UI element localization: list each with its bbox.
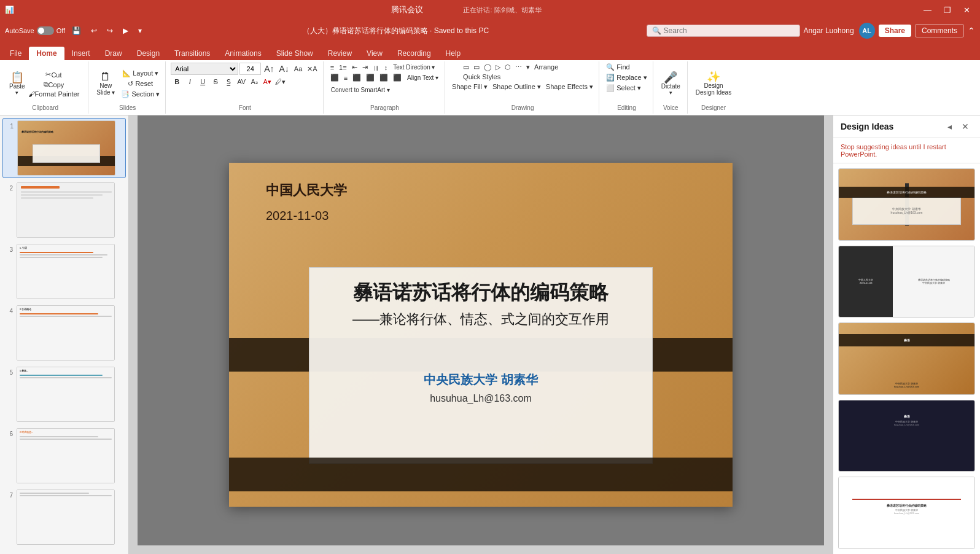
underline-btn[interactable]: U	[196, 76, 209, 87]
format-painter-button[interactable]: 🖌 Format Painter	[26, 90, 82, 98]
design-idea-2[interactable]: 中国人民大学2021-11-03 彝语诺苏话将行体的编码策略中央民族大学 胡素华	[838, 246, 975, 318]
comments-button[interactable]: Comments	[915, 24, 964, 37]
design-ideas-button[interactable]: ✨ Design Design Ideas	[693, 69, 734, 98]
design-panel-collapse-btn[interactable]: ◂	[944, 120, 955, 133]
para-spacing-btn[interactable]: ⬛	[391, 73, 403, 82]
align-text-btn[interactable]: Align Text ▾	[405, 74, 441, 82]
dictate-button[interactable]: 🎤 Dictate ▾	[658, 70, 683, 98]
line-spacing-btn[interactable]: ↕	[383, 63, 390, 72]
shape-fill-btn[interactable]: Shape Fill ▾	[450, 82, 489, 92]
tab-help[interactable]: Help	[438, 47, 469, 60]
increase-font-btn[interactable]: A↑	[262, 63, 276, 74]
tab-home[interactable]: Home	[29, 47, 64, 60]
slide-thumb-5[interactable]: 5 5 彝族...	[2, 365, 126, 424]
char-spacing-btn[interactable]: AV	[235, 76, 247, 87]
section-button[interactable]: 📑 Section ▾	[119, 90, 161, 99]
new-slide-button[interactable]: 🗒 New Slide ▾	[93, 69, 118, 98]
shape-2[interactable]: ▭	[472, 63, 481, 72]
minimize-btn[interactable]: —	[919, 4, 936, 16]
restore-btn[interactable]: ❐	[939, 4, 956, 16]
align-right-btn[interactable]: ⬛	[351, 73, 363, 82]
copy-button[interactable]: ⧉ Copy	[26, 80, 82, 89]
justify-btn[interactable]: ⬛	[364, 73, 376, 82]
redo-btn[interactable]: ↪	[104, 25, 116, 36]
bold-btn[interactable]: B	[171, 76, 183, 87]
design-stop-msg[interactable]: Stop suggesting ideas until I restart Po…	[833, 138, 980, 163]
tab-recording[interactable]: Recording	[390, 47, 438, 60]
design-idea-4[interactable]: 彝语 中央民族大学 胡素华 husuhua_Lh@163.com	[838, 400, 975, 472]
shape-3[interactable]: ◯	[482, 63, 493, 72]
bullets-btn[interactable]: ≡	[329, 63, 336, 72]
design-idea-5[interactable]: 彝语诺苏话将行体的编码策略 中央民族大学 胡素华 husuhua_Lh@163.…	[838, 477, 975, 549]
autosave-toggle-off[interactable]	[37, 26, 54, 35]
slide-thumb-2[interactable]: 2	[2, 181, 126, 240]
shadow-btn[interactable]: S̲	[222, 76, 235, 87]
autosave-toggle[interactable]: AutoSave Off	[5, 26, 65, 35]
undo-btn[interactable]: ↩	[88, 25, 100, 36]
align-left-btn[interactable]: ⬛	[329, 73, 341, 82]
tab-view[interactable]: View	[359, 47, 390, 60]
tab-slideshow[interactable]: Slide Show	[269, 47, 321, 60]
layout-button[interactable]: 📐 Layout ▾	[119, 69, 161, 78]
convert-smartart-btn[interactable]: Convert to SmartArt ▾	[329, 86, 392, 94]
change-case-btn[interactable]: Aa	[292, 64, 304, 73]
shape-6[interactable]: ⋯	[513, 63, 524, 72]
highlight-btn[interactable]: 🖊▾	[274, 76, 286, 87]
slide-canvas[interactable]: 中国人民大学 2021-11-03 彝语诺苏话将行体的编码策略 ——兼论将行体、…	[229, 163, 733, 507]
shape-4[interactable]: ▷	[494, 63, 502, 72]
quick-styles-btn[interactable]: Quick Styles	[461, 72, 502, 81]
save-btn[interactable]: 💾	[69, 25, 84, 36]
shape-dropdown[interactable]: ▾	[524, 63, 532, 72]
paste-button[interactable]: 📋 Paste ▾ ✂ Cut ⧉ Copy 🖌 Format Painter	[6, 67, 84, 100]
reset-button[interactable]: ↺ Reset	[119, 79, 161, 88]
decrease-font-btn[interactable]: A↓	[278, 63, 291, 74]
decrease-indent-btn[interactable]: ⇤	[350, 63, 359, 72]
find-btn[interactable]: 🔍 Find	[604, 63, 631, 72]
design-panel-close-btn[interactable]: ✕	[958, 120, 973, 133]
paste-dropdown[interactable]: ▾	[15, 90, 18, 96]
design-idea-1[interactable]: 中央民族大学 胡素华 husuhua_Lh@163.com 彝语诺苏话将行体的编…	[838, 168, 975, 241]
subscript-btn[interactable]: A₂	[248, 76, 260, 87]
col-layout-btn[interactable]: ⬛	[378, 73, 390, 82]
shape-effects-btn[interactable]: Shape Effects ▾	[544, 82, 595, 92]
tab-draw[interactable]: Draw	[98, 47, 130, 60]
slide-thumb-7[interactable]: 7	[2, 488, 126, 547]
increase-indent-btn[interactable]: ⇥	[360, 63, 370, 72]
font-size-input[interactable]	[239, 63, 261, 75]
search-input[interactable]	[664, 26, 762, 35]
design-idea-3[interactable]: 彝语 中央民族大学 胡素华husuhua_Lh@163.com	[838, 322, 975, 395]
shape-5[interactable]: ⬡	[503, 63, 513, 72]
columns-btn[interactable]: ⫼	[371, 63, 381, 72]
close-btn[interactable]: ✕	[959, 4, 975, 16]
tab-transitions[interactable]: Transitions	[167, 47, 217, 60]
shape-outline-btn[interactable]: Shape Outline ▾	[491, 82, 543, 92]
slide-thumb-4[interactable]: 4 2 引语概论	[2, 303, 126, 362]
font-name-select[interactable]: Arial Calibri	[171, 63, 238, 75]
align-center-btn[interactable]: ≡	[342, 74, 349, 82]
arrange-btn[interactable]: Arrange	[532, 63, 560, 72]
strikethrough-btn[interactable]: S	[209, 76, 222, 87]
cut-button[interactable]: ✂ Cut	[26, 70, 82, 79]
clear-format-btn[interactable]: ✕A	[305, 64, 319, 74]
share-button[interactable]: Share	[879, 25, 911, 37]
search-bar[interactable]: 🔍	[647, 25, 800, 37]
replace-btn[interactable]: 🔄 Replace ▾	[604, 73, 648, 82]
italic-btn[interactable]: I	[184, 76, 196, 87]
slide-thumb-1[interactable]: 1 彝语诺苏话将行体的编码策略	[2, 118, 126, 178]
tab-review[interactable]: Review	[321, 47, 359, 60]
numbering-btn[interactable]: 1≡	[337, 63, 349, 72]
ribbon-collapse-btn[interactable]: ⌃	[968, 26, 975, 36]
present-btn[interactable]: ▶	[120, 25, 131, 36]
slide-thumb-3[interactable]: 3 1. 引语	[2, 242, 126, 301]
tab-design[interactable]: Design	[130, 47, 167, 60]
shape-1[interactable]: ▭	[461, 63, 471, 72]
slide-thumb-6[interactable]: 6 2 时式动态...	[2, 426, 126, 485]
tab-file[interactable]: File	[2, 47, 29, 60]
customize-btn[interactable]: ▾	[135, 25, 145, 36]
tab-insert[interactable]: Insert	[64, 47, 98, 60]
tab-animations[interactable]: Animations	[217, 47, 268, 60]
font-color-btn[interactable]: A▾	[261, 76, 273, 87]
select-btn[interactable]: ⬜ Select ▾	[604, 84, 643, 93]
text-direction-btn[interactable]: Text Direction ▾	[391, 63, 437, 71]
dictate-dropdown[interactable]: ▾	[669, 90, 672, 96]
